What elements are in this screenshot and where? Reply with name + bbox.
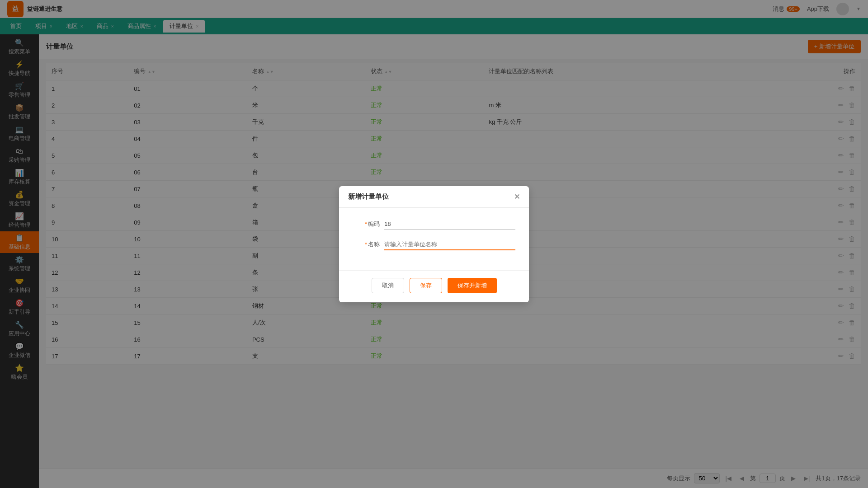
cancel-button[interactable]: 取消 (372, 278, 404, 293)
modal-title: 新增计量单位 (348, 192, 389, 201)
form-row-name: *名称 (353, 239, 515, 250)
form-row-code: *编码 (353, 219, 515, 230)
save-add-button[interactable]: 保存并新增 (448, 278, 497, 293)
code-input[interactable] (384, 219, 515, 230)
modal-header: 新增计量单位 ✕ (339, 186, 529, 208)
modal-body: *编码 *名称 (339, 208, 529, 270)
name-input[interactable] (384, 239, 515, 250)
modal-footer: 取消 保存 保存并新增 (339, 270, 529, 302)
add-unit-modal: 新增计量单位 ✕ *编码 *名称 取消 保存 保存并新增 (339, 186, 529, 302)
name-label: *名称 (353, 240, 380, 249)
code-label: *编码 (353, 220, 380, 228)
modal-overlay: 新增计量单位 ✕ *编码 *名称 取消 保存 保存并新增 (0, 0, 868, 488)
save-button[interactable]: 保存 (410, 278, 442, 293)
modal-close-button[interactable]: ✕ (514, 192, 520, 201)
